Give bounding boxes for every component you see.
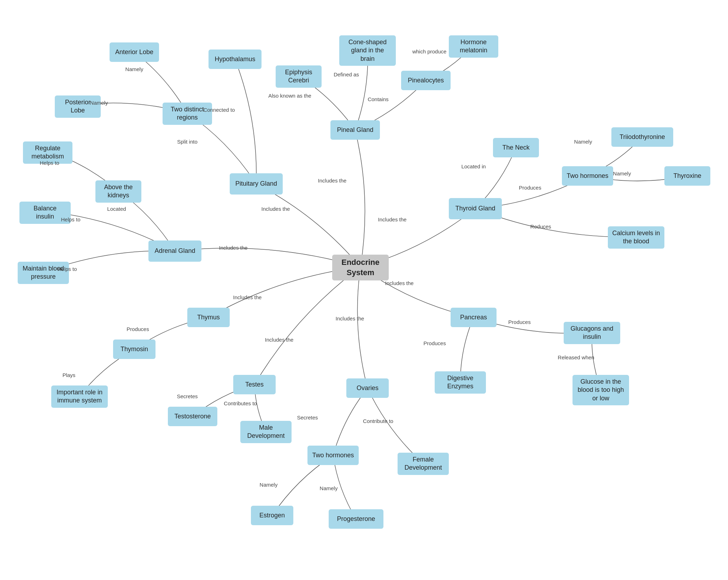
node-female_dev: Female Development [398,453,449,475]
edge-label: Includes the [233,294,262,300]
edge-label: Namely [613,170,631,176]
edge-label: Plays [63,372,76,378]
node-digestive_enzymes: Digestive Enzymes [435,371,486,394]
node-regulate_metabolism: Regulate metabolism [23,141,72,164]
node-adrenal: Adrenal Gland [148,240,201,262]
edge-label: Produces [127,326,149,332]
node-hypothalamus: Hypothalamus [209,50,262,69]
node-two_hormones_ovary: Two hormones [307,446,359,465]
node-balance_insulin: Balance insulin [19,202,71,224]
edge-label: Includes the [265,337,294,343]
edge-label: Contains [368,96,388,102]
node-hormone_melatonin: Hormone melatonin [449,35,498,58]
node-epiphysis: Epiphysis Cerebri [276,65,322,88]
node-thymosin: Thymosin [113,340,155,359]
node-male_dev: Male Development [240,421,292,443]
node-testes: Testes [233,375,276,394]
node-endocrine: Endocrine System [332,255,389,280]
node-thyroxine: Thyroxine [664,166,710,186]
edge-label: Located [107,206,126,212]
node-calcium: Calcium levels in the blood [608,226,664,249]
node-pituitary: Pituitary Gland [230,173,283,195]
edge-label: Also known as the [268,93,311,99]
edge-label: Located in [461,163,486,169]
node-thymus: Thymus [187,308,230,327]
edge-label: Defined as [334,71,359,77]
edge-label: Namely [125,66,143,72]
node-pineal: Pineal Gland [330,120,380,140]
edge-label: Namely [260,482,278,488]
node-ovaries: Ovaries [346,378,389,398]
node-thyroid: Thyroid Gland [449,198,502,219]
edge-label: Includes the [262,206,290,212]
edge-label: which produce [412,48,447,54]
node-pancreas: Pancreas [451,308,497,327]
node-two_hormones_thyroid: Two hormones [562,166,613,186]
node-testosterone: Testosterone [168,407,217,426]
node-triiodo: Triiodothyronine [611,127,673,147]
edge-label: Includes the [336,315,364,321]
edge-label: Produces [519,185,541,191]
node-estrogen: Estrogen [251,506,293,525]
node-pinealocytes: Pinealocytes [401,71,451,90]
node-two_distinct: Two distinct regions [163,103,212,125]
node-maintain_bp: Maintain blood pressure [18,262,69,284]
node-above_kidneys: Above the kidneys [95,180,141,203]
node-glucose_blood: Glucose in the blood is too high or low [573,375,629,405]
node-glucagons_insulin: Glucagons and insulin [564,322,620,344]
edge-label: Includes the [219,245,248,251]
node-cone_shaped: Cone-shaped gland in the brain [339,35,396,66]
edge-label: Reduces [530,224,551,230]
node-posterior: Posterior Lobe [55,95,101,118]
node-anterior: Anterior Lobe [110,42,159,62]
node-the_neck: The Neck [493,138,539,157]
edge-label: Split into [177,139,198,145]
edge-label: Secretes [177,393,198,399]
node-progesterone: Progesterone [329,509,383,529]
edge-label: Namely [320,485,338,491]
edge-label: Released when [558,354,594,360]
edge-label: Includes the [378,216,407,222]
edge-label: Produces [423,340,446,346]
edge-label: Contributes to [224,400,257,406]
edge-label: Namely [574,139,592,145]
edge-label: Contribute to [363,418,393,424]
edge-label: Produces [508,319,530,325]
edge-label: Secretes [297,414,318,420]
connection-lines [0,0,728,580]
edge-label: Includes the [318,178,347,184]
node-immune_role: Important role in immune system [51,385,108,408]
edge-label: Includes the [385,280,414,286]
mind-map-canvas: Includes theSplit intoNamelyNamelyConnec… [0,0,728,580]
